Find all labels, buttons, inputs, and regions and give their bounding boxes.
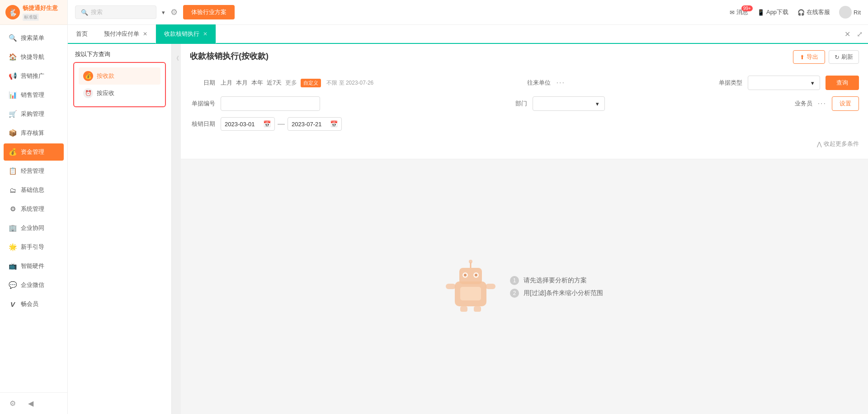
sidebar-item-label-inventory: 库存核算 — [21, 129, 44, 137]
topbar-search-box[interactable]: 🔍 搜索 — [75, 5, 156, 19]
sidebar-item-quick-nav[interactable]: 🏠 快捷导航 — [0, 48, 67, 67]
sidebar-item-marketing[interactable]: 📢 营销推广 — [0, 67, 67, 86]
user-avatar — [839, 6, 852, 19]
filter-item-by-receipt[interactable]: 💰 按收款 — [79, 67, 160, 85]
tab-prepay-close-icon[interactable]: ✕ — [143, 31, 147, 37]
date-custom-badge[interactable]: 自定义 — [301, 79, 321, 87]
export-btn[interactable]: ⬆ 导出 — [793, 50, 825, 64]
tab-home[interactable]: 首页 — [68, 24, 96, 43]
sidebar-item-label-enterprise: 企业协同 — [21, 224, 44, 232]
sidebar-item-search-menu[interactable]: 🔍 搜索菜单 — [0, 29, 67, 48]
svg-point-5 — [475, 274, 477, 276]
wechat-icon: 💬 — [8, 281, 17, 290]
refresh-btn[interactable]: ↻ 刷新 — [829, 50, 859, 64]
date-this-year[interactable]: 本年 — [251, 79, 263, 87]
tabbar-right: ✕ ⤢ — [843, 28, 868, 40]
sidebar-item-operation[interactable]: 📋 经营管理 — [0, 162, 67, 181]
search-menu-icon: 🔍 — [8, 33, 17, 43]
tab-receivable-close-icon[interactable]: ✕ — [203, 31, 208, 37]
step-2-text: 用[过滤]条件来缩小分析范围 — [524, 289, 603, 297]
partner-label: 往来单位 — [525, 79, 551, 87]
sidebar-item-basic-info[interactable]: 🗂 基础信息 — [0, 181, 67, 200]
filter-receivable-label: 按应收 — [97, 89, 114, 97]
query-btn[interactable]: 查询 — [826, 76, 859, 90]
order-type-select[interactable]: ▾ — [748, 76, 820, 90]
step-1-text: 请先选择要分析的方案 — [524, 276, 587, 285]
step-1-num: 1 — [510, 276, 519, 285]
robot-svg — [446, 259, 495, 313]
search-area: 日期 上月 本月 本年 近7天 更多 自定义 不限 至 2023-07-26 往… — [181, 68, 868, 159]
topbar-dropdown[interactable]: ▾ — [162, 9, 165, 16]
order-type-chevron-icon: ▾ — [811, 80, 814, 86]
settings-btn[interactable]: 设置 — [832, 96, 859, 111]
page-title: 收款核销执行(按收款) — [190, 51, 269, 62]
date-this-month[interactable]: 本月 — [236, 79, 248, 87]
filter-receipt-label: 按收款 — [97, 72, 114, 80]
verify-date-start-calendar-icon[interactable]: 📅 — [263, 120, 271, 128]
basic-info-icon: 🗂 — [8, 186, 17, 195]
online-service-btn[interactable]: 🎧 在线客服 — [797, 8, 830, 16]
user-avatar-area[interactable]: Rit — [839, 6, 861, 19]
sidebar-item-enterprise[interactable]: 🏢 企业协同 — [0, 219, 67, 238]
verify-date-end-input[interactable]: 2023-07-21 📅 — [288, 117, 342, 131]
order-no-input[interactable] — [221, 96, 320, 111]
sidebar-item-member[interactable]: V 畅会员 — [0, 295, 67, 314]
sidebar-item-hardware[interactable]: 📺 智能硬件 — [0, 257, 67, 276]
svg-point-7 — [469, 260, 472, 263]
staff-dots-btn[interactable]: ··· — [818, 100, 826, 108]
collapse-sidebar-icon[interactable]: ◀ — [25, 398, 36, 409]
svg-rect-8 — [446, 284, 456, 289]
search-row-1: 日期 上月 本月 本年 近7天 更多 自定义 不限 至 2023-07-26 往… — [190, 76, 859, 90]
tab-prepay[interactable]: 预付冲应付单 ✕ — [96, 24, 156, 43]
verify-date-label: 核销日期 — [190, 120, 215, 128]
close-tab-icon[interactable]: ✕ — [843, 28, 852, 40]
sidebar-item-system[interactable]: ⚙ 系统管理 — [0, 200, 67, 219]
collapse-more-btn[interactable]: ⋀ 收起更多条件 — [190, 137, 859, 152]
date-last-month[interactable]: 上月 — [221, 79, 232, 87]
message-btn[interactable]: ✉ 消息 99+ — [730, 8, 748, 16]
sidebar: 🐇 畅捷通好生意 标准版 🔍 搜索菜单 🏠 快捷导航 📢 营销推广 📊 销售管理… — [0, 0, 68, 414]
export-label: 导出 — [807, 53, 818, 61]
sidebar-item-label-guide: 新手引导 — [21, 243, 44, 251]
settings-icon[interactable]: ⚙ — [7, 398, 18, 409]
maximize-tab-icon[interactable]: ⤢ — [855, 28, 864, 40]
industry-btn[interactable]: 体验行业方案 — [183, 5, 235, 19]
sidebar-item-label-sales: 销售管理 — [21, 91, 44, 99]
sidebar-item-inventory[interactable]: 📦 库存核算 — [0, 124, 67, 143]
sidebar-item-finance[interactable]: 💰 资金管理 — [4, 143, 64, 161]
panel-collapse-btn[interactable]: 《 — [172, 44, 181, 414]
empty-illustration — [446, 259, 495, 315]
empty-step-1: 1 请先选择要分析的方案 — [510, 276, 587, 285]
sales-icon: 📊 — [8, 90, 17, 100]
date-label: 日期 — [190, 79, 215, 87]
verify-date-group: 2023-03-01 📅 — 2023-07-21 📅 — [221, 117, 342, 131]
verify-date-start-input[interactable]: 2023-03-01 📅 — [221, 117, 275, 131]
hardware-icon: 📺 — [8, 262, 17, 271]
user-name: Rit — [854, 9, 861, 16]
svg-rect-9 — [486, 284, 495, 289]
tab-receivable[interactable]: 收款核销执行 ✕ — [156, 24, 216, 43]
collapse-more-label: 收起更多条件 — [824, 140, 859, 148]
topbar: 🔍 搜索 ▾ ⚙ 体验行业方案 ✉ 消息 99+ 📱 App下载 🎧 在线客服 — [68, 0, 868, 25]
partner-dots-btn[interactable]: ··· — [556, 79, 565, 87]
tab-prepay-label: 预付冲应付单 — [104, 30, 139, 38]
filter-item-by-receivable[interactable]: ⏰ 按应收 — [79, 85, 160, 102]
filter-box: 💰 按收款 ⏰ 按应收 — [73, 62, 166, 107]
app-download-btn[interactable]: 📱 App下载 — [757, 8, 788, 16]
date-more[interactable]: 更多 — [285, 79, 297, 87]
purchase-icon: 🛒 — [8, 109, 17, 119]
sidebar-item-purchase[interactable]: 🛒 采购管理 — [0, 105, 67, 124]
sidebar-item-guide[interactable]: 🌟 新手引导 — [0, 238, 67, 257]
svg-rect-11 — [460, 306, 467, 312]
service-icon: 🎧 — [797, 9, 805, 16]
sidebar-item-sales[interactable]: 📊 销售管理 — [0, 86, 67, 105]
topbar-gear-icon[interactable]: ⚙ — [170, 7, 178, 17]
verify-date-end-calendar-icon[interactable]: 📅 — [330, 120, 338, 128]
logo-name: 畅捷通好生意 — [23, 4, 58, 12]
sidebar-item-wechat[interactable]: 💬 企业微信 — [0, 276, 67, 295]
step-2-num: 2 — [510, 289, 519, 298]
date-no-limit-text: 不限 至 2023-07-26 — [326, 79, 373, 87]
dept-select[interactable]: ▾ — [533, 96, 605, 111]
date-7days[interactable]: 近7天 — [267, 79, 282, 87]
topbar-search-placeholder: 搜索 — [91, 8, 103, 16]
